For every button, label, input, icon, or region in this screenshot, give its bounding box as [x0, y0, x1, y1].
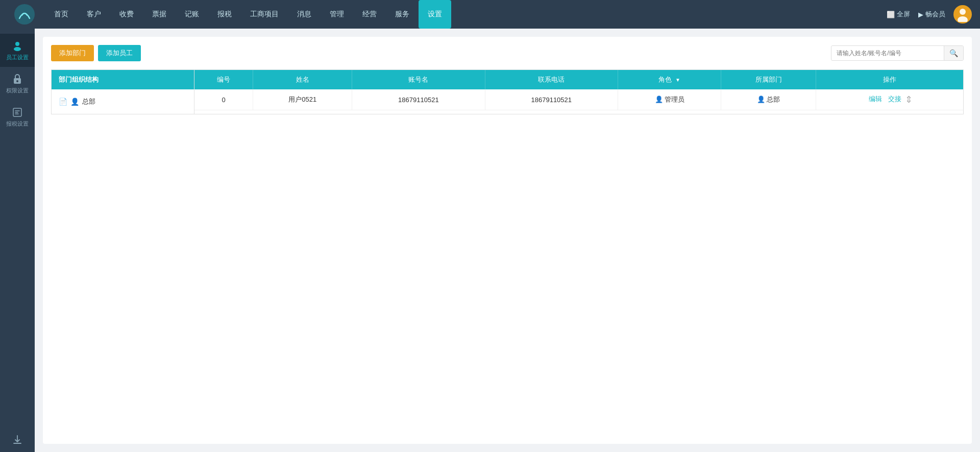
- sidebar-item-tax[interactable]: 报税设置: [0, 100, 35, 133]
- sidebar-permissions-label: 权限设置: [6, 87, 29, 94]
- avatar[interactable]: [953, 5, 972, 23]
- content-area: 添加部门 添加员工 🔍 部门组织结构: [35, 29, 980, 452]
- sidebar-item-download[interactable]: [0, 427, 35, 452]
- cell-actions: 编辑 交接 ⇕: [816, 89, 963, 110]
- nav-item-管理[interactable]: 管理: [321, 0, 353, 29]
- nav-item-经营[interactable]: 经营: [353, 0, 386, 29]
- fullscreen-label: 全屏: [897, 10, 910, 19]
- scroll-ctrl[interactable]: ⇕: [905, 94, 913, 105]
- nav-item-收费[interactable]: 收费: [110, 0, 143, 29]
- dept-name: 总部: [82, 97, 95, 106]
- vip-icon: ▶: [918, 11, 923, 18]
- col-name: 姓名: [253, 70, 352, 89]
- col-actions: 操作: [816, 70, 963, 89]
- svg-point-0: [14, 4, 35, 25]
- col-account: 账号名: [352, 70, 485, 89]
- add-dept-button[interactable]: 添加部门: [51, 45, 94, 61]
- svg-point-4: [14, 47, 21, 51]
- nav-item-票据[interactable]: 票据: [143, 0, 176, 29]
- tax-icon: [11, 106, 23, 118]
- toolbar: 添加部门 添加员工 🔍: [51, 45, 964, 61]
- cell-name: 用户0521: [253, 89, 352, 110]
- cell-dept: 👤总部: [721, 89, 816, 110]
- cell-phone: 18679110521: [485, 89, 618, 110]
- add-emp-button[interactable]: 添加员工: [98, 45, 141, 61]
- download-icon: [11, 434, 23, 446]
- nav-item-客户[interactable]: 客户: [78, 0, 110, 29]
- table-body: 0 用户0521 18679110521 18679110521 👤管理员 👤总…: [194, 89, 963, 110]
- action-交接[interactable]: 交接: [888, 95, 901, 103]
- emp-table: 编号 姓名 账号名 联系电话 角色 ▼ 所属部门 操作 0 用户0521: [194, 70, 963, 114]
- nav-item-消息[interactable]: 消息: [288, 0, 321, 29]
- search-input[interactable]: [831, 46, 944, 60]
- nav-item-首页[interactable]: 首页: [45, 0, 78, 29]
- vip-label: 畅会员: [925, 10, 945, 19]
- col-dept: 所属部门: [721, 70, 816, 89]
- nav-item-设置[interactable]: 设置: [419, 0, 451, 29]
- file-icon: 📄: [59, 98, 67, 106]
- action-编辑[interactable]: 编辑: [869, 95, 882, 103]
- sidebar-item-employee[interactable]: 员工设置: [0, 34, 35, 67]
- nav-item-报税[interactable]: 报税: [208, 0, 241, 29]
- table-row: 0 用户0521 18679110521 18679110521 👤管理员 👤总…: [194, 89, 963, 110]
- role-icon: 👤: [655, 96, 663, 103]
- svg-point-2: [958, 16, 968, 22]
- nav-right: ⬜ 全屏 ▶ 畅会员: [887, 5, 972, 23]
- table-header: 编号 姓名 账号名 联系电话 角色 ▼ 所属部门 操作: [194, 70, 963, 89]
- dept-tree-title: 部门组织结构: [59, 76, 99, 83]
- table-layout: 部门组织结构 📄 👤 总部: [51, 69, 964, 114]
- search-button[interactable]: 🔍: [944, 46, 963, 60]
- dept-tree: 部门组织结构 📄 👤 总部: [52, 70, 194, 114]
- sidebar-bottom: [0, 427, 35, 452]
- filter-icon: ▼: [675, 77, 680, 83]
- person-icon: [11, 40, 23, 52]
- sidebar-item-permissions[interactable]: 权限设置: [0, 67, 35, 100]
- top-navigation: 首页客户收费票据记账报税工商项目消息管理经营服务设置 ⬜ 全屏 ▶ 畅会员: [0, 0, 980, 29]
- dept-tree-item[interactable]: 📄 👤 总部: [52, 93, 194, 110]
- search-icon: 🔍: [949, 49, 958, 57]
- col-id: 编号: [194, 70, 253, 89]
- main-layout: 员工设置 权限设置 报税设置: [0, 29, 980, 452]
- nav-item-记账[interactable]: 记账: [176, 0, 208, 29]
- dept-user-icon: 👤: [70, 98, 79, 106]
- col-phone: 联系电话: [485, 70, 618, 89]
- content-inner: 添加部门 添加员工 🔍 部门组织结构: [43, 37, 972, 444]
- sidebar-tax-label: 报税设置: [6, 121, 29, 127]
- nav-item-服务[interactable]: 服务: [386, 0, 419, 29]
- cell-id: 0: [194, 89, 253, 110]
- cell-role: 👤管理员: [618, 89, 721, 110]
- vip-btn[interactable]: ▶ 畅会员: [918, 10, 945, 19]
- lock-icon: [11, 73, 23, 85]
- svg-point-6: [16, 80, 18, 82]
- cell-account: 18679110521: [352, 89, 485, 110]
- col-role: 角色 ▼: [618, 70, 721, 89]
- svg-point-1: [960, 9, 966, 15]
- dept-tree-header: 部门组织结构: [52, 70, 194, 89]
- fullscreen-icon: ⬜: [887, 11, 895, 18]
- search-box: 🔍: [831, 45, 964, 61]
- svg-point-3: [15, 42, 19, 46]
- logo: [8, 4, 41, 25]
- sidebar-employee-label: 员工设置: [6, 54, 29, 61]
- fullscreen-btn[interactable]: ⬜ 全屏: [887, 10, 910, 19]
- dept-icon: 👤: [757, 96, 765, 103]
- nav-item-工商项目[interactable]: 工商项目: [241, 0, 288, 29]
- dept-tree-body: 📄 👤 总部: [52, 89, 194, 114]
- sidebar: 员工设置 权限设置 报税设置: [0, 29, 35, 452]
- nav-menu: 首页客户收费票据记账报税工商项目消息管理经营服务设置: [45, 0, 887, 29]
